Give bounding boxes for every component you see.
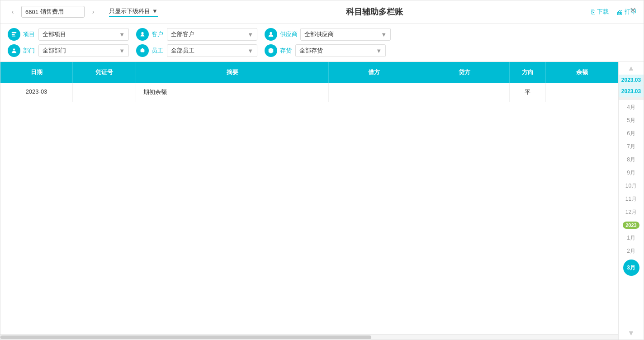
customer-select[interactable]: 全部客户 ▼ xyxy=(167,28,257,41)
main-content: 日期 凭证号 摘要 借方 贷方 方向 余额 2023-03 期初余额 平 xyxy=(0,62,644,340)
close-button[interactable]: ✕ xyxy=(627,5,638,16)
customer-value: 全部客户 xyxy=(171,30,194,38)
dept-value: 全部部门 xyxy=(43,47,66,55)
month-4[interactable]: 4月 xyxy=(619,101,644,114)
col-balance: 余额 xyxy=(546,62,618,83)
month-11[interactable]: 11月 xyxy=(619,193,644,206)
employee-arrow-icon: ▼ xyxy=(247,47,253,54)
dept-label: 部门 xyxy=(23,47,36,55)
inventory-arrow-icon: ▼ xyxy=(376,47,382,54)
dept-select[interactable]: 全部部门 ▼ xyxy=(38,44,129,57)
filter-item-employee: 员工 全部员工 ▼ xyxy=(136,44,257,57)
account-code: 6601 xyxy=(25,9,38,15)
supplier-icon xyxy=(265,28,277,41)
download-button[interactable]: ⎘ 下载 xyxy=(591,8,609,16)
show-sub-label: 只显示下级科目 xyxy=(109,7,150,15)
table-row[interactable]: 2023-03 期初余额 平 xyxy=(0,83,618,102)
supplier-label: 供应商 xyxy=(280,30,298,38)
cell-direction: 平 xyxy=(510,83,546,102)
download-label: 下载 xyxy=(597,8,609,16)
main-window: ‹ 6601 销售费用 › 只显示下级科目 ▼ 科目辅助多栏账 ⎘ 下载 🖨 打… xyxy=(0,0,644,340)
cell-debit xyxy=(329,83,419,102)
project-arrow-icon: ▼ xyxy=(119,31,125,38)
employee-select[interactable]: 全部员工 ▼ xyxy=(167,44,257,57)
month-7[interactable]: 7月 xyxy=(619,140,644,153)
table-area: 日期 凭证号 摘要 借方 贷方 方向 余额 2023-03 期初余额 平 xyxy=(0,62,618,340)
year-badge: 2023 xyxy=(623,222,639,229)
month-12[interactable]: 12月 xyxy=(619,206,644,219)
chevron-down-icon: ▼ xyxy=(152,8,158,14)
filter-item-dept: 部门 全部部门 ▼ xyxy=(8,44,129,57)
filter-item-inventory: 存货 全部存货 ▼ xyxy=(265,44,386,57)
month-panel: ▲ 2023.03 2023.03 4月 5月 6月 7月 8月 9月 10月 … xyxy=(618,62,644,340)
month-5[interactable]: 5月 xyxy=(619,114,644,127)
month-1[interactable]: 1月 xyxy=(619,231,644,245)
period-entry-1[interactable]: 2023.03 xyxy=(619,75,644,86)
svg-rect-2 xyxy=(12,36,16,37)
cell-credit xyxy=(419,83,510,102)
table-body: 2023-03 期初余额 平 xyxy=(0,83,618,334)
project-value: 全部项目 xyxy=(43,30,66,38)
col-direction: 方向 xyxy=(510,62,546,83)
svg-rect-1 xyxy=(12,34,15,35)
col-date: 日期 xyxy=(0,62,73,83)
filter-row-2: 部门 全部部门 ▼ 员工 全部员工 ▼ xyxy=(8,44,636,57)
cell-balance xyxy=(546,83,618,102)
employee-label: 员工 xyxy=(152,47,164,55)
filter-item-supplier: 供应商 全部供应商 ▼ xyxy=(265,28,391,41)
filter-item-project: 项目 全部项目 ▼ xyxy=(8,28,129,41)
account-name: 销售费用 xyxy=(40,8,64,16)
filter-item-customer: 客户 全部客户 ▼ xyxy=(136,28,257,41)
customer-icon xyxy=(136,28,149,41)
svg-rect-5 xyxy=(141,49,145,52)
inventory-select[interactable]: 全部存货 ▼ xyxy=(295,44,386,57)
month-10[interactable]: 10月 xyxy=(619,179,644,193)
account-code-box: 6601 销售费用 xyxy=(21,6,85,18)
month-9[interactable]: 9月 xyxy=(619,166,644,179)
scrollbar-thumb xyxy=(0,335,371,339)
filter-area: 项目 全部项目 ▼ 客户 全部客户 ▼ xyxy=(0,24,644,62)
col-voucher: 凭证号 xyxy=(73,62,136,83)
inventory-icon xyxy=(265,44,277,57)
supplier-select[interactable]: 全部供应商 ▼ xyxy=(300,28,391,41)
print-icon: 🖨 xyxy=(616,8,623,16)
project-select[interactable]: 全部项目 ▼ xyxy=(38,28,129,41)
table-header: 日期 凭证号 摘要 借方 贷方 方向 余额 xyxy=(0,62,618,83)
prev-account-button[interactable]: ‹ xyxy=(8,7,18,17)
month-list: 4月 5月 6月 7月 8月 9月 10月 11月 12月 2023 1月 2月… xyxy=(619,100,644,327)
col-credit: 贷方 xyxy=(419,62,510,83)
dept-icon xyxy=(8,44,20,57)
month-6[interactable]: 6月 xyxy=(619,127,644,140)
customer-arrow-icon: ▼ xyxy=(247,31,253,38)
dept-arrow-icon: ▼ xyxy=(119,47,125,54)
inventory-value: 全部存货 xyxy=(299,47,323,55)
svg-point-4 xyxy=(13,48,15,50)
month-8[interactable]: 8月 xyxy=(619,153,644,166)
show-sub-dropdown[interactable]: 只显示下级科目 ▼ xyxy=(109,7,158,17)
employee-value: 全部员工 xyxy=(171,47,194,55)
month-3-active[interactable]: 3月 xyxy=(623,260,639,276)
filter-row-1: 项目 全部项目 ▼ 客户 全部客户 ▼ xyxy=(8,28,636,41)
next-account-button[interactable]: › xyxy=(88,7,98,17)
month-panel-up-button[interactable]: ▲ xyxy=(619,62,644,75)
svg-rect-0 xyxy=(12,32,17,33)
customer-label: 客户 xyxy=(152,30,164,38)
col-summary: 摘要 xyxy=(136,62,329,83)
inventory-label: 存货 xyxy=(280,47,293,55)
supplier-arrow-icon: ▼ xyxy=(381,31,387,38)
svg-point-3 xyxy=(270,32,272,34)
month-panel-down-button[interactable]: ▼ xyxy=(619,327,644,340)
cell-voucher xyxy=(73,83,136,102)
col-debit: 借方 xyxy=(329,62,419,83)
horizontal-scrollbar[interactable] xyxy=(0,334,618,340)
project-icon xyxy=(8,28,20,41)
title-bar: ‹ 6601 销售费用 › 只显示下级科目 ▼ 科目辅助多栏账 ⎘ 下载 🖨 打… xyxy=(0,0,644,24)
download-icon: ⎘ xyxy=(591,8,595,16)
cell-date: 2023-03 xyxy=(0,83,73,102)
page-title: 科目辅助多栏账 xyxy=(161,6,587,17)
supplier-value: 全部供应商 xyxy=(304,30,334,38)
cell-summary: 期初余额 xyxy=(136,83,329,102)
month-2[interactable]: 2月 xyxy=(619,245,644,258)
project-label: 项目 xyxy=(23,30,36,38)
period-entry-2[interactable]: 2023.03 xyxy=(619,86,644,97)
